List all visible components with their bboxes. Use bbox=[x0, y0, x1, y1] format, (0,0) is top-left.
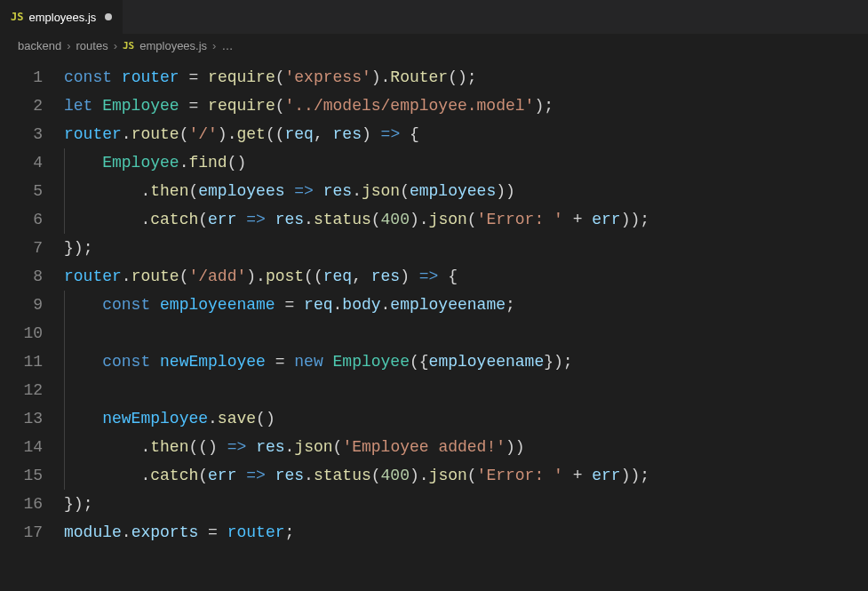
token-string: '/add' bbox=[188, 268, 246, 285]
code-line[interactable]: .catch(err => res.status(400).json('Erro… bbox=[64, 205, 868, 234]
code-line[interactable]: }); bbox=[64, 234, 868, 262]
token-punct: ( bbox=[333, 438, 343, 456]
token-arrow: => bbox=[246, 211, 266, 228]
token-variable: req bbox=[304, 296, 332, 314]
token-op: = bbox=[188, 97, 198, 115]
token-punct: . bbox=[140, 438, 150, 456]
token-op: = bbox=[188, 68, 198, 86]
token-func: json bbox=[362, 182, 400, 200]
token-punct: . bbox=[122, 523, 131, 541]
token-punct: . bbox=[419, 211, 429, 228]
token-punct: ) bbox=[74, 239, 84, 257]
token-variable: employeename bbox=[160, 296, 275, 314]
token-punct: ( bbox=[467, 467, 477, 484]
token-string: 'Error: ' bbox=[477, 467, 563, 484]
code-line[interactable]: }); bbox=[64, 490, 868, 518]
code-line[interactable] bbox=[64, 319, 868, 347]
token-func: post bbox=[266, 268, 304, 285]
breadcrumb-seg[interactable]: employees.js bbox=[139, 39, 207, 52]
token-punct: ) bbox=[266, 410, 275, 427]
token-punct: ; bbox=[84, 239, 93, 257]
code-line[interactable]: const newEmployee = new Employee({employ… bbox=[64, 347, 868, 376]
token-punct: ( bbox=[198, 211, 208, 228]
token-func: catch bbox=[150, 211, 198, 228]
token-punct: ( bbox=[410, 353, 419, 371]
chevron-right-icon: › bbox=[212, 39, 216, 52]
line-number: 14 bbox=[0, 433, 43, 461]
code-line[interactable]: .then(employees => res.json(employees)) bbox=[64, 177, 868, 205]
token-arrow: => bbox=[294, 182, 314, 200]
token-arrow: => bbox=[381, 125, 401, 143]
token-punct: , bbox=[314, 125, 323, 143]
token-string: '/' bbox=[188, 125, 217, 143]
token-punct: { bbox=[448, 268, 458, 285]
token bbox=[362, 268, 371, 285]
token-punct: ; bbox=[563, 353, 573, 371]
breadcrumb-ellipsis[interactable]: … bbox=[221, 39, 233, 52]
token-func: status bbox=[314, 467, 371, 484]
token-func: route bbox=[131, 268, 179, 285]
token-punct: . bbox=[179, 154, 189, 172]
token-func: Router bbox=[390, 68, 448, 86]
token-punct: . bbox=[285, 438, 295, 456]
token-punct: ( bbox=[400, 182, 410, 200]
token-variable: res bbox=[323, 182, 352, 200]
token-punct: ) bbox=[458, 68, 467, 86]
code-content[interactable]: const router = require('express').Router… bbox=[64, 63, 868, 547]
token-punct: ) bbox=[534, 97, 544, 115]
breadcrumb-seg[interactable]: backend bbox=[18, 39, 61, 52]
tab-employees-js[interactable]: JS employees.js bbox=[0, 0, 123, 34]
token-keyword: const bbox=[102, 353, 150, 371]
token-punct: ( bbox=[198, 438, 208, 456]
code-line[interactable]: router.route('/').get((req, res) => { bbox=[64, 120, 868, 148]
code-editor[interactable]: 1 2 3 4 5 6 7 8 9 10 11 12 13 14 15 16 1… bbox=[0, 58, 868, 547]
token-func: find bbox=[188, 154, 227, 172]
breadcrumb-seg[interactable]: routes bbox=[76, 39, 108, 52]
code-line[interactable]: newEmployee.save() bbox=[64, 404, 868, 433]
token-op: = bbox=[208, 523, 218, 541]
line-number: 17 bbox=[0, 518, 43, 547]
token bbox=[563, 467, 573, 484]
indent bbox=[64, 438, 140, 456]
token-punct: , bbox=[352, 268, 362, 285]
token-punct: ( bbox=[179, 125, 189, 143]
code-line[interactable]: module.exports = router; bbox=[64, 518, 868, 547]
token-punct: ) bbox=[621, 211, 631, 228]
token-punct: ) bbox=[362, 125, 371, 143]
token-punct: ) bbox=[630, 467, 640, 484]
token-string: 'Employee added!' bbox=[342, 438, 506, 456]
token-punct: ) bbox=[621, 467, 631, 484]
token-func: status bbox=[314, 211, 371, 228]
line-number-gutter: 1 2 3 4 5 6 7 8 9 10 11 12 13 14 15 16 1… bbox=[0, 63, 64, 547]
token-variable: router bbox=[227, 523, 285, 541]
code-line[interactable]: .catch(err => res.status(400).json('Erro… bbox=[64, 461, 868, 490]
js-file-icon: JS bbox=[11, 11, 23, 23]
token-punct: ) bbox=[496, 182, 506, 200]
token-punct: ( bbox=[467, 211, 477, 228]
token-punct: . bbox=[140, 211, 150, 228]
token-punct: ( bbox=[371, 467, 381, 484]
token-punct: } bbox=[64, 239, 74, 257]
code-line[interactable]: const employeename = req.body.employeena… bbox=[64, 291, 868, 319]
token bbox=[284, 182, 294, 200]
tab-bar: JS employees.js bbox=[0, 0, 868, 34]
code-line[interactable] bbox=[64, 376, 868, 404]
code-line[interactable]: const router = require('express').Router… bbox=[64, 63, 868, 92]
token bbox=[150, 296, 160, 314]
tab-filename: employees.js bbox=[28, 11, 96, 24]
token-variable: exports bbox=[131, 523, 199, 541]
line-number: 3 bbox=[0, 120, 43, 148]
token-punct: } bbox=[544, 353, 553, 371]
token-func: require bbox=[208, 97, 275, 115]
code-line[interactable]: Employee.find() bbox=[64, 148, 868, 177]
token-func: then bbox=[150, 182, 188, 200]
token-punct: ) bbox=[400, 268, 410, 285]
code-line[interactable]: router.route('/add').post((req, res) => … bbox=[64, 262, 868, 291]
token-func: get bbox=[236, 125, 265, 143]
token-op: = bbox=[284, 296, 294, 314]
code-line[interactable]: let Employee = require('../models/employ… bbox=[64, 92, 868, 120]
code-line[interactable]: .then(() => res.json('Employee added!')) bbox=[64, 433, 868, 461]
token-punct: . bbox=[333, 296, 343, 314]
token-variable: router bbox=[64, 125, 122, 143]
token-punct: ) bbox=[506, 182, 515, 200]
